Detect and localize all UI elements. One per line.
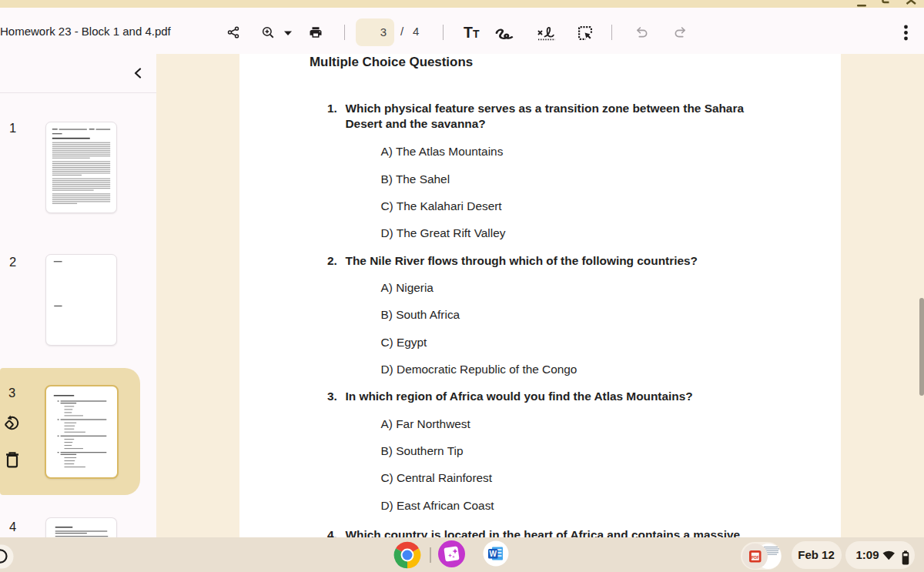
svg-text:W: W [489, 550, 497, 558]
svg-text:PDF: PDF [752, 554, 759, 559]
